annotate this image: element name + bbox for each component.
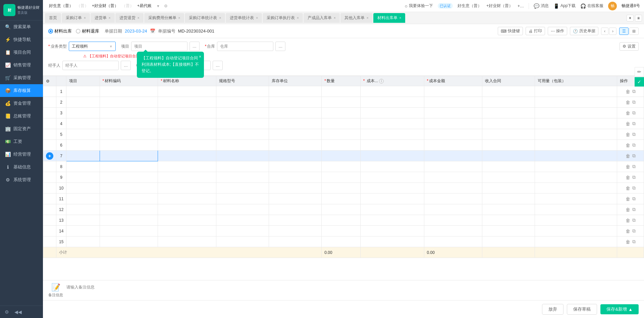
sidebar-collapse-btn[interactable]: ◀◀ [14,309,22,315]
sidebar-item-basicinfo[interactable]: ℹ 基础信息 [0,161,43,173]
sidebar-item-purchase[interactable]: 🛒 采购管理 [0,71,43,84]
tab-purchase-stats[interactable]: 采购订单统计表 × [185,13,225,23]
delete-icon[interactable]: 🗑 [626,196,630,202]
tab-purchase-exec[interactable]: 采购订单执行表 × [263,13,303,23]
add-row-cell2[interactable] [100,151,158,161]
table-container[interactable]: ⚙ 项目 材料编码 材料名称 规格型号 库存单位 数量 成本... i [43,76,644,280]
sidebar-item-search[interactable]: 🔍 搜索菜单 [0,20,43,33]
delete-icon[interactable]: 🗑 [626,100,630,105]
settings-gear-icon[interactable]: ⚙ [164,4,168,8]
tab-close-icon[interactable]: × [256,16,258,20]
topnav-more[interactable]: +… [518,4,524,8]
delete-icon[interactable]: 🗑 [626,239,630,245]
delete-icon[interactable]: 🗑 [626,186,630,191]
online-service-btn[interactable]: 🎧 在线客服 [580,3,603,9]
sidebar-settings-btn[interactable]: ⚙ [5,309,9,315]
topnav-haoshengyi[interactable]: 好生意（普） [458,3,482,9]
tab-home[interactable]: 首页 [45,13,61,23]
table-settings-header[interactable]: ⚙ [43,76,56,86]
history-btn[interactable]: 🕐 历史单据 [570,27,598,35]
add-row-cell1[interactable] [66,151,100,161]
delete-icon[interactable]: 🗑 [626,175,630,180]
copy-icon[interactable]: ⧉ [632,239,636,245]
project-input[interactable] [131,42,187,51]
tab-close-icon[interactable]: × [367,16,369,20]
sidebar-item-sales[interactable]: 📈 销售管理 [0,59,43,71]
sidebar-item-operations[interactable]: 📊 经营管理 [0,148,43,161]
topnav-expand-btn[interactable]: ▼ [156,4,160,8]
notes-input[interactable] [66,283,639,297]
copy-icon[interactable]: ⧉ [632,164,636,169]
save-new-btn[interactable]: 保存&新增 ▲ [600,304,639,314]
handler-input[interactable] [62,61,119,70]
delete-icon[interactable]: 🗑 [626,218,630,223]
nav-next-btn[interactable]: › [609,28,616,35]
copy-icon[interactable]: ⧉ [632,217,636,223]
cell-cost-amount[interactable] [424,86,482,97]
trial-btn[interactable]: ○ 我要体验一下 [405,3,433,9]
project-ellipsis-btn[interactable]: … [190,42,200,51]
sidebar-item-ledger[interactable]: 📒 总账管理 [0,110,43,122]
delete-icon[interactable]: 🗑 [626,164,630,169]
tab-close-icon[interactable]: × [219,16,221,20]
topnav-haoyecai[interactable]: +好业财（普） [486,3,513,9]
tab-other-inbound[interactable]: 其他入库单 × [340,13,373,23]
radio-material-return[interactable]: 材料退库 [76,28,99,34]
biz-type-select[interactable]: 工程领料 ▼ [69,42,116,51]
form-settings-btn[interactable]: ⚙ 设置 [620,42,639,51]
copy-icon[interactable]: ⧉ [632,228,636,234]
sidebar-item-assets[interactable]: 🏢 固定资产 [0,122,43,135]
tab-close-icon[interactable]: × [109,16,111,20]
tab-purchase-expense[interactable]: 采购费用分摊单 × [144,13,184,23]
message-btn[interactable]: 💬 消息 [534,3,549,9]
copy-icon[interactable]: ⧉ [632,196,636,202]
delete-icon[interactable]: 🗑 [626,132,630,137]
copy-icon[interactable]: ⧉ [632,174,636,180]
cell-project[interactable] [66,86,100,97]
tab-menu-btn[interactable]: ≡ [635,15,642,21]
nav-prev-btn[interactable]: ‹ [601,28,608,35]
cell-qty[interactable] [322,86,360,97]
copy-icon[interactable]: ⧉ [632,185,636,191]
delete-icon[interactable]: 🗑 [626,207,630,212]
cell-spec[interactable] [216,86,269,97]
app-download-btn[interactable]: 📱 App下载 [553,3,576,9]
sidebar-item-salary[interactable]: 💵 工资 [0,135,43,148]
delete-icon[interactable]: 🗑 [626,228,630,234]
copy-icon[interactable]: ⧉ [632,121,636,126]
user-avatar[interactable]: 畅 [608,2,617,10]
tab-close-icon[interactable]: × [297,16,299,20]
delete-icon[interactable]: 🗑 [626,121,630,126]
sidebar-item-system[interactable]: ⚙ 系统管理 [0,173,43,186]
copy-icon[interactable]: ⧉ [632,142,636,148]
tab-close-icon[interactable]: × [84,16,86,20]
cell-cost[interactable] [360,86,424,97]
tab-purchase-order[interactable]: 采购订单 × [62,13,90,23]
topnav-link-haoyecai[interactable]: +好业财（普） [90,2,120,9]
save-draft-btn[interactable]: 保存草稿 [567,304,597,315]
cost-info-icon[interactable]: i [379,79,384,84]
right-panel-edit-icon[interactable]: ✏ [635,67,644,76]
add-row-btn[interactable]: + [46,152,53,160]
tab-close-icon[interactable]: × [178,16,180,20]
tab-close-icon[interactable]: × [334,16,336,20]
handler-ellipsis-btn[interactable]: … [121,61,131,70]
tab-inbound-return[interactable]: 进货退货 × [115,13,144,23]
delete-icon[interactable]: 🗑 [626,89,630,94]
copy-icon[interactable]: ⧉ [632,153,636,159]
sidebar-item-finance[interactable]: 💰 资金管理 [0,97,43,110]
tab-finished-goods[interactable]: 产成品入库单 × [304,13,340,23]
topnav-link-haoshengyi[interactable]: 好生意（普） [47,2,75,9]
topnav-link-yidaizhang[interactable]: +易代账 [135,2,154,9]
copy-icon[interactable]: ⧉ [632,131,636,137]
delete-icon[interactable]: 🗑 [626,153,630,159]
warehouse-ellipsis-btn[interactable]: … [275,42,285,51]
tooltip-close-btn[interactable]: × [199,54,201,60]
list-view-btn[interactable]: ☰ [619,28,629,35]
tab-close-active-icon[interactable]: × [399,16,401,20]
cell-available[interactable] [535,86,617,97]
income-contract-ellipsis-btn[interactable]: … [213,61,223,70]
sidebar-item-project[interactable]: 📋 项目合同 [0,46,43,59]
cell-income-contract[interactable] [482,86,535,97]
tab-close-all-btn[interactable]: × [627,15,634,21]
